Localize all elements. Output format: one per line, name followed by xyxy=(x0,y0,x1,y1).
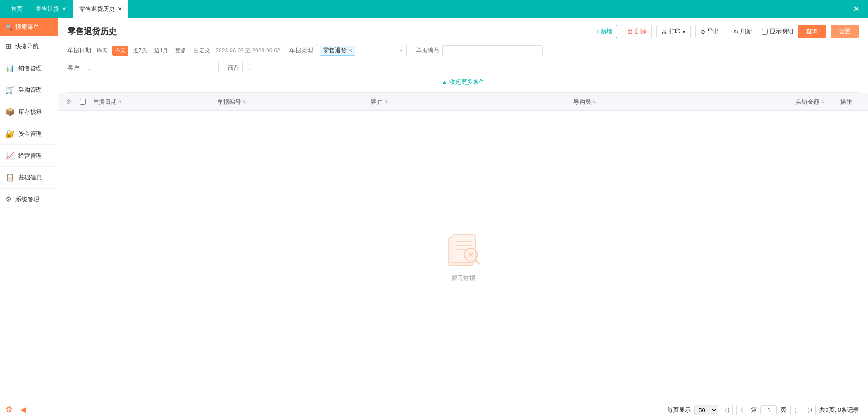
refresh-button[interactable]: ↻ 刷新 xyxy=(729,25,757,38)
goods-filter: 商品 ... xyxy=(228,62,379,73)
tab-retail-return-history-close[interactable]: ✕ xyxy=(118,6,122,12)
total-info: 共0页, 0条记录 xyxy=(819,406,859,414)
date-btn-7days[interactable]: 近7天 xyxy=(130,46,150,56)
date-buttons: 昨天 今天 近7天 近1月 更多 自定义 xyxy=(94,46,213,56)
th-action: 操作 xyxy=(828,98,864,106)
purchase-icon: 🛒 xyxy=(5,86,15,94)
sort-date-icon: ⇅ xyxy=(118,99,122,104)
sidebar-item-sales-mgmt[interactable]: 📊 销售管理 xyxy=(0,57,58,79)
page-size-select[interactable]: 50 10 20 100 xyxy=(694,405,718,415)
th-amount[interactable]: 实销金额 ⇅ xyxy=(723,98,828,106)
empty-state: 暂无数据 xyxy=(58,111,868,400)
tab-retail-return-close[interactable]: ✕ xyxy=(62,6,67,12)
select-all-checkbox[interactable] xyxy=(80,99,86,105)
date-btn-more[interactable]: 更多 xyxy=(173,46,189,56)
content-area: 零售退货历史 + 新增 🗑 删除 🖨 打印 ▾ ⊙ 导出 ↻ xyxy=(58,18,868,420)
sort-guide-icon: ⇅ xyxy=(592,99,596,104)
collapse-icon: ▲ xyxy=(442,79,447,86)
collapse-filter-button[interactable]: ▲ 收起更多条件 xyxy=(442,78,485,86)
print-icon: 🖨 xyxy=(661,28,667,35)
tab-retail-return-history[interactable]: 零售退货历史 ✕ xyxy=(73,0,128,18)
system-icon: ⚙ xyxy=(5,195,12,204)
date-btn-custom[interactable]: 自定义 xyxy=(191,46,213,56)
doc-type-select[interactable]: 零售退货 ✕ ▾ xyxy=(316,44,407,57)
top-nav: 首页 零售退货 ✕ 零售退货历史 ✕ ✕ xyxy=(0,0,868,18)
pagination: 每页显示 50 10 20 100 ⟨⟨ ⟨ 第 页 ⟩ ⟩⟩ 共0页, 0条记… xyxy=(58,400,868,420)
sort-num-icon: ⇅ xyxy=(242,99,246,104)
date-btn-today[interactable]: 今天 xyxy=(112,46,128,56)
settings-button[interactable]: 设置 xyxy=(831,25,859,38)
print-dropdown-icon: ▾ xyxy=(683,28,686,35)
doc-type-dropdown-icon: ▾ xyxy=(400,47,403,54)
th-guide[interactable]: 导购员 ⇅ xyxy=(570,98,723,106)
doc-type-filter: 单据类型 零售退货 ✕ ▾ xyxy=(289,44,407,57)
page-title: 零售退货历史 xyxy=(67,26,117,37)
empty-illustration xyxy=(441,228,486,269)
sales-icon: 📊 xyxy=(5,64,15,72)
sidebar-item-inventory[interactable]: 📦 库存核算 xyxy=(0,101,58,123)
sidebar: 🔍 搜索菜单 ⊞ 快捷导航 📊 销售管理 🛒 采购管理 📦 库存核算 🔐 资金管… xyxy=(0,18,58,420)
sidebar-search[interactable]: 🔍 搜索菜单 xyxy=(0,18,58,36)
date-filter: 单据日期 昨天 今天 近7天 近1月 更多 自定义 2023-06-02 至 2… xyxy=(67,46,280,56)
th-customer[interactable]: 客户 ⇅ xyxy=(367,98,570,106)
finance-icon: 🔐 xyxy=(5,129,15,138)
date-btn-1month[interactable]: 近1月 xyxy=(152,46,171,56)
sort-amount-icon: ⇅ xyxy=(821,99,824,104)
date-range-display: 2023-06-02 至 2023-06-02 xyxy=(216,47,280,55)
customer-input[interactable]: ... xyxy=(82,62,219,73)
page-unit-label: 页 xyxy=(781,406,786,414)
inventory-icon: 📦 xyxy=(5,108,15,116)
quick-nav-icon: ⊞ xyxy=(5,42,11,51)
settings-bottom-icon[interactable]: ⚙ xyxy=(5,405,13,415)
show-detail-checkbox[interactable] xyxy=(762,29,768,35)
sidebar-item-quick-nav[interactable]: ⊞ 快捷导航 xyxy=(0,36,58,57)
customer-filter: 客户 ... xyxy=(67,62,219,73)
collapse-sidebar-icon[interactable]: ◀ xyxy=(20,405,26,415)
refresh-icon: ↻ xyxy=(734,28,739,35)
th-number[interactable]: 单据编号 ⇅ xyxy=(214,98,367,106)
sidebar-item-operations[interactable]: 📈 经营管理 xyxy=(0,145,58,167)
page-number-input[interactable] xyxy=(760,405,777,415)
delete-button[interactable]: 🗑 删除 xyxy=(622,25,652,38)
window-close-button[interactable]: ✕ xyxy=(849,4,863,14)
add-button[interactable]: + 新增 xyxy=(591,25,617,38)
goods-input[interactable]: ... xyxy=(242,62,379,73)
page-first-button[interactable]: ⟨⟨ xyxy=(722,405,733,415)
export-button[interactable]: ⊙ 导出 xyxy=(695,25,724,38)
page-title-row: 零售退货历史 + 新增 🗑 删除 🖨 打印 ▾ ⊙ 导出 ↻ xyxy=(67,25,859,38)
customer-placeholder: ... xyxy=(86,64,91,71)
doc-no-filter: 单据编号 xyxy=(416,45,543,56)
sidebar-bottom: ⚙ ◀ xyxy=(0,399,58,420)
page-header: 零售退货历史 + 新增 🗑 删除 🖨 打印 ▾ ⊙ 导出 ↻ xyxy=(58,18,868,93)
export-icon: ⊙ xyxy=(700,28,705,35)
table-wrapper: ⚙ 单据日期 ⇅ 单据编号 ⇅ 客户 ⇅ 导购员 ⇅ xyxy=(58,93,868,400)
page-size-label: 每页显示 xyxy=(667,406,691,414)
page-last-button[interactable]: ⟩⟩ xyxy=(805,405,816,415)
filter-area: 单据日期 昨天 今天 近7天 近1月 更多 自定义 2023-06-02 至 2… xyxy=(67,44,859,93)
empty-icon xyxy=(441,228,486,269)
empty-text: 暂无数据 xyxy=(452,274,475,282)
sidebar-item-basic-info[interactable]: 📋 基础信息 xyxy=(0,167,58,189)
sidebar-item-purchase-mgmt[interactable]: 🛒 采购管理 xyxy=(0,79,58,101)
th-date[interactable]: 单据日期 ⇅ xyxy=(89,98,214,106)
filter-row-1: 单据日期 昨天 今天 近7天 近1月 更多 自定义 2023-06-02 至 2… xyxy=(67,44,859,57)
basic-info-icon: 📋 xyxy=(5,173,15,182)
page-go-label: 第 xyxy=(751,406,757,414)
print-button[interactable]: 🖨 打印 ▾ xyxy=(656,25,691,38)
sidebar-item-system[interactable]: ⚙ 系统管理 xyxy=(0,189,58,210)
tab-home[interactable]: 首页 xyxy=(5,0,29,18)
date-btn-yesterday[interactable]: 昨天 xyxy=(94,46,110,56)
query-button[interactable]: 查询 xyxy=(798,25,826,38)
show-detail-label[interactable]: 显示明细 xyxy=(762,27,793,36)
search-icon: 🔍 xyxy=(5,24,13,31)
doc-no-input[interactable] xyxy=(442,45,543,56)
doc-type-tag-close[interactable]: ✕ xyxy=(348,48,352,54)
sort-customer-icon: ⇅ xyxy=(384,99,388,104)
page-next-button[interactable]: ⟩ xyxy=(790,405,801,415)
table-select-all[interactable] xyxy=(76,99,89,105)
page-prev-button[interactable]: ⟨ xyxy=(736,405,747,415)
tab-retail-return[interactable]: 零售退货 ✕ xyxy=(29,0,73,18)
table-header: ⚙ 单据日期 ⇅ 单据编号 ⇅ 客户 ⇅ 导购员 ⇅ xyxy=(58,93,868,111)
table-settings-button[interactable]: ⚙ xyxy=(62,98,76,105)
sidebar-item-finance[interactable]: 🔐 资金管理 xyxy=(0,123,58,145)
